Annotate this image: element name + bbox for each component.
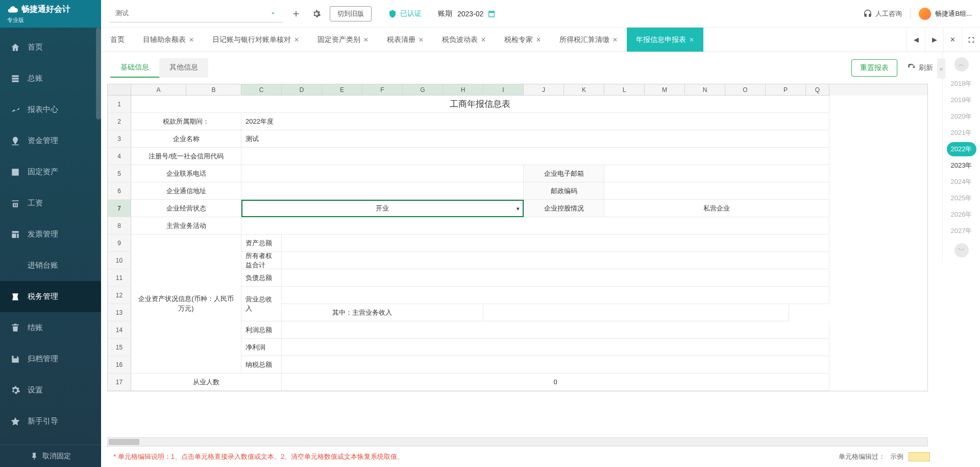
col-header-P[interactable]: P [766,84,806,96]
main-biz-label[interactable]: 主营业务活动 [131,217,241,235]
tab-close-icon[interactable]: ✕ [612,36,618,43]
sidebar-item-0[interactable]: 首页 [0,32,101,63]
sidebar-item-7[interactable]: 进销台账 [0,250,101,281]
period-value[interactable]: 2022年度 [241,113,829,130]
row-header-1[interactable]: 1 [108,96,131,113]
net-profit-value[interactable] [282,339,829,356]
tab-2[interactable]: 固定资产类别✕ [308,28,378,52]
year-2024年[interactable]: 2024年 [947,175,976,189]
rail-collapse[interactable]: « [937,58,945,79]
reg-no-label[interactable]: 注册号/统一社会信用代码 [131,148,241,165]
unpin-button[interactable]: 取消固定 [0,445,101,467]
row-header-8[interactable]: 8 [108,217,131,235]
col-header-M[interactable]: M [645,84,685,96]
fullscreen-button[interactable] [962,28,980,52]
equity-value[interactable] [282,252,829,269]
period-picker[interactable]: 2023-02 [457,10,496,18]
year-2025年[interactable]: 2025年 [947,191,976,205]
year-2018年[interactable]: 2018年 [947,77,976,91]
period-label[interactable]: 税款所属期间： [131,113,241,130]
sidebar-item-11[interactable]: 设置 [0,375,101,406]
company-select[interactable]: 测试 [109,5,283,22]
reg-no-value[interactable] [241,148,829,165]
row-header-13[interactable]: 13 [108,304,131,321]
row-header-9[interactable]: 9 [108,235,131,252]
col-header-A[interactable]: A [131,84,186,96]
sidebar-item-3[interactable]: 资金管理 [0,125,101,156]
col-header-E[interactable]: E [322,84,362,96]
col-header-I[interactable]: I [483,84,524,96]
assets-value[interactable] [282,235,829,252]
main-rev-label[interactable]: 其中：主营业务收入 [241,304,483,321]
year-2020年[interactable]: 2020年 [947,109,976,124]
col-header-B[interactable]: B [186,84,241,96]
holding-value[interactable]: 私营企业 [604,200,829,217]
horizontal-scrollbar[interactable] [107,437,928,447]
sidebar-item-5[interactable]: 工资 [0,188,101,219]
refresh-button[interactable]: 刷新 [908,63,933,73]
sidebar-item-8[interactable]: 税务管理 [0,281,101,312]
tab-close-icon[interactable]: ✕ [536,36,541,43]
employees-value[interactable]: 0 [282,373,829,391]
consult-button[interactable]: 人工咨询 [863,9,902,18]
row-header-12[interactable]: 12 [108,287,131,304]
status-label[interactable]: 企业经营状态 [131,200,241,217]
row-header-7[interactable]: 7 [108,200,131,217]
equity-label[interactable]: 所有者权益合计 [241,252,282,269]
year-2023年[interactable]: 2023年 [947,158,976,173]
row-header-4[interactable]: 4 [108,148,131,165]
tab-close-icon[interactable]: ✕ [363,36,369,43]
net-profit-label[interactable]: 净利润 [241,339,282,356]
liab-label[interactable]: 负债总额 [241,269,282,287]
tab-home[interactable]: 首页 [101,28,134,52]
col-header-K[interactable]: K [564,84,604,96]
revenue-value[interactable] [282,287,829,304]
address-value[interactable] [241,182,524,200]
profit-label[interactable]: 利润总额 [241,321,282,339]
col-header-O[interactable]: O [725,84,766,96]
year-2022年[interactable]: 2022年 [947,142,976,156]
tax-value[interactable] [282,356,829,373]
sidebar-item-1[interactable]: 总账 [0,63,101,94]
row-header-6[interactable]: 6 [108,182,131,200]
zip-label[interactable]: 邮政编码 [524,182,604,200]
tax-label[interactable]: 纳税总额 [241,356,282,373]
holding-label[interactable]: 企业控股情况 [524,200,604,217]
tab-7[interactable]: 年报信息申报表✕ [627,28,703,52]
tab-6[interactable]: 所得税汇算清缴✕ [550,28,627,52]
reset-button[interactable]: 重置报表 [851,59,897,77]
tab-close-icon[interactable]: ✕ [689,36,694,43]
tab-close-icon[interactable]: ✕ [419,36,424,43]
subtab-basic[interactable]: 基础信息 [110,58,159,78]
sidebar-item-10[interactable]: 归档管理 [0,343,101,375]
row-header-2[interactable]: 2 [108,113,131,130]
row-header-16[interactable]: 16 [108,356,131,373]
company-name-label[interactable]: 企业名称 [131,130,241,148]
sidebar-scrollbar[interactable] [96,28,101,120]
col-header-H[interactable]: H [443,84,483,96]
tab-prev[interactable]: ◀ [906,28,925,52]
tab-0[interactable]: 目辅助余额表✕ [134,28,203,52]
employees-label[interactable]: 从业人数 [131,373,282,391]
phone-value[interactable] [241,165,524,182]
profit-value[interactable] [282,321,829,339]
add-button[interactable] [289,7,303,21]
user-menu[interactable]: 畅捷通B组... [919,8,972,20]
row-header-5[interactable]: 5 [108,165,131,182]
row-header-3[interactable]: 3 [108,130,131,148]
sidebar-item-2[interactable]: 报表中心 [0,94,101,125]
tab-4[interactable]: 税负波动表✕ [433,28,495,52]
zip-value[interactable] [604,182,829,200]
sidebar-item-9[interactable]: 结账 [0,312,101,343]
year-2021年[interactable]: 2021年 [947,126,976,140]
row-header-17[interactable]: 17 [108,373,131,391]
tab-close-icon[interactable]: ✕ [481,36,486,43]
col-header-F[interactable]: F [362,84,403,96]
year-2019年[interactable]: 2019年 [947,93,976,107]
select-all-corner[interactable] [108,84,131,96]
col-header-Q[interactable]: Q [806,84,829,96]
col-header-D[interactable]: D [282,84,322,96]
row-header-14[interactable]: 14 [108,321,131,339]
year-2027年[interactable]: 2027年 [947,224,976,238]
old-version-button[interactable]: 切到旧版 [330,6,372,21]
